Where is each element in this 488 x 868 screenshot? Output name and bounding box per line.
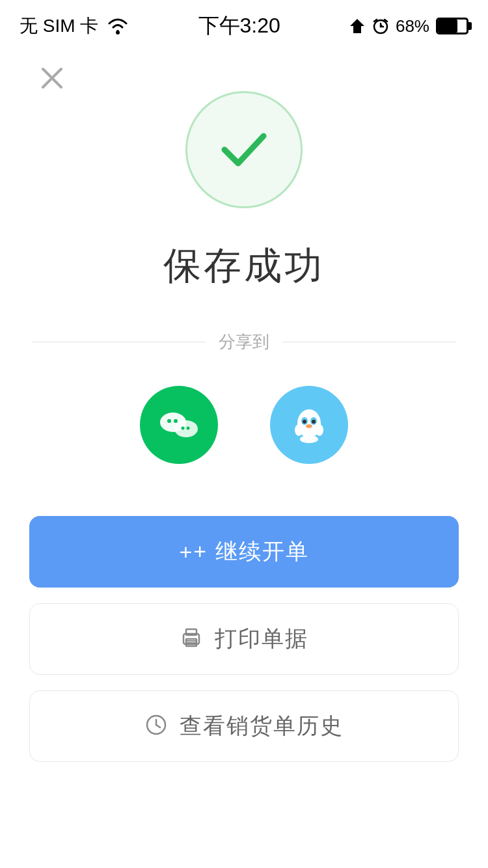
svg-point-17: [312, 420, 316, 424]
wifi-icon: [106, 17, 129, 35]
main-content: 保存成功 分享到: [0, 52, 488, 762]
divider-left: [33, 342, 206, 342]
divider-right: [282, 342, 455, 342]
time-display: 下午3:20: [198, 12, 280, 40]
history-label: 查看销货单历史: [180, 711, 344, 741]
svg-point-12: [295, 424, 303, 436]
svg-point-11: [300, 435, 318, 443]
svg-point-13: [316, 424, 323, 436]
close-button[interactable]: [33, 59, 72, 98]
success-title: 保存成功: [163, 241, 325, 292]
history-button[interactable]: 查看销货单历史: [29, 690, 459, 762]
svg-point-7: [174, 419, 178, 423]
printer-icon: [180, 626, 203, 653]
status-right: 68%: [349, 16, 468, 36]
svg-point-8: [182, 427, 185, 430]
svg-point-0: [116, 31, 120, 34]
success-circle: [185, 91, 303, 208]
share-label: 分享到: [219, 331, 269, 353]
battery-icon: [436, 18, 468, 34]
location-icon: [349, 18, 366, 34]
qq-icon: [286, 401, 332, 448]
svg-point-16: [303, 420, 306, 424]
alarm-icon: [372, 18, 389, 34]
svg-point-5: [174, 420, 198, 437]
action-buttons: + + 继续开单 打印单据: [29, 516, 459, 762]
carrier-label: 无 SIM 卡: [20, 14, 98, 38]
plus-icon: +: [179, 541, 193, 563]
wechat-share-button[interactable]: [140, 386, 218, 464]
svg-point-9: [187, 427, 190, 430]
checkmark-icon: [215, 120, 273, 179]
close-icon: [38, 64, 66, 92]
continue-label: + 继续开单: [193, 537, 308, 567]
print-button[interactable]: 打印单据: [29, 603, 459, 675]
svg-line-26: [156, 725, 160, 727]
share-divider: 分享到: [33, 331, 455, 353]
clock-icon: [144, 713, 168, 740]
continue-button[interactable]: + + 继续开单: [29, 516, 459, 588]
svg-point-18: [306, 424, 312, 428]
share-icons: [140, 386, 348, 464]
battery-percent: 68%: [396, 16, 429, 36]
qq-share-button[interactable]: [270, 386, 348, 464]
print-label: 打印单据: [215, 624, 308, 654]
status-bar: 无 SIM 卡 下午3:20 68%: [0, 0, 488, 52]
status-left: 无 SIM 卡: [20, 14, 129, 38]
svg-point-6: [167, 419, 171, 423]
wechat-icon: [156, 401, 202, 448]
